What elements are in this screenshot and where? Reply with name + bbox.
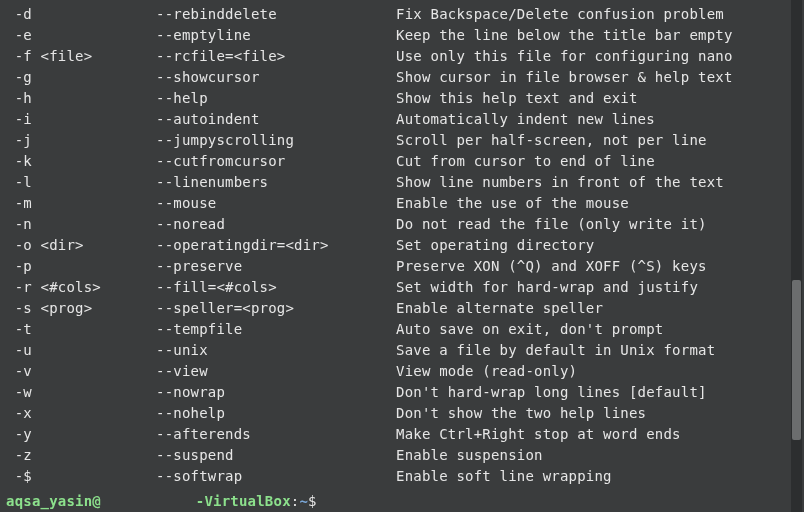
flag-description: Auto save on exit, don't prompt bbox=[396, 319, 664, 340]
flag-description: Use only this file for configuring nano bbox=[396, 46, 733, 67]
long-flag: --nohelp bbox=[156, 403, 396, 424]
flag-description: Automatically indent new lines bbox=[396, 109, 655, 130]
flag-description: Show cursor in file browser & help text bbox=[396, 67, 733, 88]
short-flag: -o <dir> bbox=[6, 235, 156, 256]
long-flag: --afterends bbox=[156, 424, 396, 445]
short-flag: -f <file> bbox=[6, 46, 156, 67]
flag-description: Keep the line below the title bar empty bbox=[396, 25, 733, 46]
help-row: -z--suspendEnable suspension bbox=[6, 445, 804, 466]
help-row: -u--unixSave a file by default in Unix f… bbox=[6, 340, 804, 361]
flag-description: Set width for hard-wrap and justify bbox=[396, 277, 698, 298]
help-row: -r <#cols>--fill=<#cols>Set width for ha… bbox=[6, 277, 804, 298]
long-flag: --view bbox=[156, 361, 396, 382]
flag-description: Don't show the two help lines bbox=[396, 403, 646, 424]
flag-description: Do not read the file (only write it) bbox=[396, 214, 707, 235]
help-row: -h--helpShow this help text and exit bbox=[6, 88, 804, 109]
long-flag: --noread bbox=[156, 214, 396, 235]
long-flag: --mouse bbox=[156, 193, 396, 214]
terminal-scrollbar[interactable] bbox=[791, 0, 802, 512]
help-row: -k--cutfromcursorCut from cursor to end … bbox=[6, 151, 804, 172]
short-flag: -s <prog> bbox=[6, 298, 156, 319]
flag-description: Set operating directory bbox=[396, 235, 594, 256]
short-flag: -n bbox=[6, 214, 156, 235]
short-flag: -x bbox=[6, 403, 156, 424]
short-flag: -u bbox=[6, 340, 156, 361]
flag-description: Cut from cursor to end of line bbox=[396, 151, 655, 172]
short-flag: -i bbox=[6, 109, 156, 130]
help-row: -x--nohelpDon't show the two help lines bbox=[6, 403, 804, 424]
long-flag: --autoindent bbox=[156, 109, 396, 130]
flag-description: Enable the use of the mouse bbox=[396, 193, 629, 214]
long-flag: --speller=<prog> bbox=[156, 298, 396, 319]
help-row: -p--preservePreserve XON (^Q) and XOFF (… bbox=[6, 256, 804, 277]
help-row: -o <dir>--operatingdir=<dir>Set operatin… bbox=[6, 235, 804, 256]
long-flag: --linenumbers bbox=[156, 172, 396, 193]
prompt-path: ~ bbox=[299, 493, 308, 509]
help-row: -i--autoindentAutomatically indent new l… bbox=[6, 109, 804, 130]
long-flag: --emptyline bbox=[156, 25, 396, 46]
short-flag: -h bbox=[6, 88, 156, 109]
short-flag: -y bbox=[6, 424, 156, 445]
flag-description: Don't hard-wrap long lines [default] bbox=[396, 382, 707, 403]
prompt-user: aqsa_yasin@ bbox=[6, 493, 101, 509]
flag-description: Enable suspension bbox=[396, 445, 543, 466]
long-flag: --cutfromcursor bbox=[156, 151, 396, 172]
short-flag: -$ bbox=[6, 466, 156, 487]
flag-description: Scroll per half-screen, not per line bbox=[396, 130, 707, 151]
help-row: -f <file>--rcfile=<file>Use only this fi… bbox=[6, 46, 804, 67]
short-flag: -d bbox=[6, 4, 156, 25]
help-row: -s <prog>--speller=<prog>Enable alternat… bbox=[6, 298, 804, 319]
long-flag: --suspend bbox=[156, 445, 396, 466]
flag-description: Save a file by default in Unix format bbox=[396, 340, 715, 361]
short-flag: -t bbox=[6, 319, 156, 340]
scrollbar-thumb[interactable] bbox=[792, 280, 801, 440]
short-flag: -r <#cols> bbox=[6, 277, 156, 298]
long-flag: --operatingdir=<dir> bbox=[156, 235, 396, 256]
long-flag: --softwrap bbox=[156, 466, 396, 487]
long-flag: --fill=<#cols> bbox=[156, 277, 396, 298]
flag-description: Show line numbers in front of the text bbox=[396, 172, 724, 193]
short-flag: -m bbox=[6, 193, 156, 214]
long-flag: --preserve bbox=[156, 256, 396, 277]
prompt-host: -VirtualBox bbox=[196, 493, 291, 509]
help-row: -d--rebinddeleteFix Backspace/Delete con… bbox=[6, 4, 804, 25]
help-row: -$--softwrapEnable soft line wrapping bbox=[6, 466, 804, 487]
flag-description: View mode (read-only) bbox=[396, 361, 577, 382]
help-row: -j--jumpyscrollingScroll per half-screen… bbox=[6, 130, 804, 151]
long-flag: --nowrap bbox=[156, 382, 396, 403]
prompt-dollar: $ bbox=[308, 493, 317, 509]
help-row: -l--linenumbersShow line numbers in fron… bbox=[6, 172, 804, 193]
help-row: -t--tempfileAuto save on exit, don't pro… bbox=[6, 319, 804, 340]
flag-description: Show this help text and exit bbox=[396, 88, 638, 109]
short-flag: -p bbox=[6, 256, 156, 277]
short-flag: -z bbox=[6, 445, 156, 466]
long-flag: --showcursor bbox=[156, 67, 396, 88]
short-flag: -j bbox=[6, 130, 156, 151]
flag-description: Enable soft line wrapping bbox=[396, 466, 612, 487]
help-row: -v--viewView mode (read-only) bbox=[6, 361, 804, 382]
long-flag: --rcfile=<file> bbox=[156, 46, 396, 67]
short-flag: -v bbox=[6, 361, 156, 382]
flag-description: Fix Backspace/Delete confusion problem bbox=[396, 4, 724, 25]
short-flag: -k bbox=[6, 151, 156, 172]
help-row: -g--showcursorShow cursor in file browse… bbox=[6, 67, 804, 88]
flag-description: Enable alternate speller bbox=[396, 298, 603, 319]
long-flag: --help bbox=[156, 88, 396, 109]
long-flag: --tempfile bbox=[156, 319, 396, 340]
flag-description: Make Ctrl+Right stop at word ends bbox=[396, 424, 681, 445]
help-row: -w--nowrapDon't hard-wrap long lines [de… bbox=[6, 382, 804, 403]
short-flag: -e bbox=[6, 25, 156, 46]
help-row: -y--afterendsMake Ctrl+Right stop at wor… bbox=[6, 424, 804, 445]
short-flag: -l bbox=[6, 172, 156, 193]
long-flag: --rebinddelete bbox=[156, 4, 396, 25]
help-row: -e--emptylineKeep the line below the tit… bbox=[6, 25, 804, 46]
shell-prompt[interactable]: aqsa_yasin@ -VirtualBox:~$ bbox=[6, 491, 804, 512]
long-flag: --unix bbox=[156, 340, 396, 361]
help-row: -n--noreadDo not read the file (only wri… bbox=[6, 214, 804, 235]
prompt-gap bbox=[101, 493, 196, 509]
help-row: -m--mouseEnable the use of the mouse bbox=[6, 193, 804, 214]
short-flag: -w bbox=[6, 382, 156, 403]
flag-description: Preserve XON (^Q) and XOFF (^S) keys bbox=[396, 256, 707, 277]
long-flag: --jumpyscrolling bbox=[156, 130, 396, 151]
short-flag: -g bbox=[6, 67, 156, 88]
